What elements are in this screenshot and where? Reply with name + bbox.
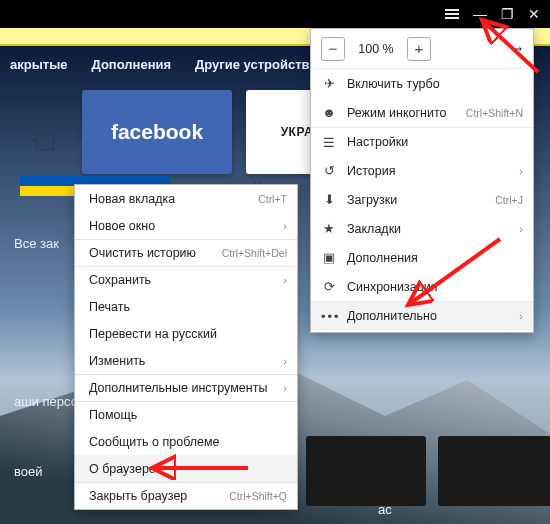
addons-icon: ▣ (321, 250, 337, 265)
item-settings[interactable]: ☰ Настройки (311, 127, 533, 156)
chevron-right-icon: › (519, 223, 523, 235)
sub-help[interactable]: Помощь (75, 401, 297, 428)
annotation-arrow-advanced (396, 225, 506, 319)
history-icon: ↺ (321, 163, 337, 178)
zoom-out-button[interactable]: − (321, 37, 345, 61)
chevron-right-icon: › (283, 220, 287, 232)
lower-word: воей (14, 464, 42, 479)
item-downloads[interactable]: ⬇ Загрузки Ctrl+J (311, 185, 533, 214)
tab-addons[interactable]: Дополнения (91, 57, 171, 72)
sub-translate[interactable]: Перевести на русский (75, 320, 297, 347)
zoom-value: 100 % (351, 42, 401, 56)
sub-new-window[interactable]: Новое окно› (75, 212, 297, 239)
sub-new-tab[interactable]: Новая вкладкаCtrl+T (75, 185, 297, 212)
chevron-right-icon: › (283, 382, 287, 394)
rocket-icon: ✈ (321, 76, 337, 91)
annotation-arrow-hamburger (472, 14, 544, 82)
sub-save[interactable]: Сохранить› (75, 266, 297, 293)
window-titlebar: — ❐ ✕ (0, 0, 550, 28)
item-incognito[interactable]: ☻ Режим инкогнито Ctrl+Shift+N (311, 98, 533, 127)
tile-facebook[interactable]: facebook (82, 90, 232, 174)
sub-clear-history[interactable]: Очистить историюCtrl+Shift+Del (75, 239, 297, 266)
sub-print[interactable]: Печать (75, 293, 297, 320)
tab-closed[interactable]: акрытые (10, 57, 67, 72)
zoom-in-button[interactable]: + (407, 37, 431, 61)
chevron-right-icon: › (519, 310, 523, 322)
menu-icon[interactable] (445, 9, 459, 19)
more-icon: ••• (321, 309, 337, 324)
sliders-icon: ☰ (321, 135, 337, 150)
chevron-right-icon: › (519, 165, 523, 177)
item-history[interactable]: ↺ История › (311, 156, 533, 185)
chevron-right-icon: › (283, 274, 287, 286)
sub-close-browser[interactable]: Закрыть браузерCtrl+Shift+Q (75, 482, 297, 509)
content-card-2[interactable] (438, 436, 550, 506)
incognito-icon: ☻ (321, 105, 337, 120)
all-bookmarks-link[interactable]: Все зак (14, 236, 59, 251)
sync-icon: ⟳ (321, 279, 337, 294)
annotation-arrow-about (144, 452, 254, 486)
tab-devices[interactable]: Другие устройства (195, 57, 317, 72)
sub-edit[interactable]: Изменить› (75, 347, 297, 374)
download-icon: ⬇ (321, 192, 337, 207)
content-card-1[interactable] (306, 436, 426, 506)
star-icon: ★ (321, 221, 337, 236)
sub-more-tools[interactable]: Дополнительные инструменты› (75, 374, 297, 401)
svg-line-0 (482, 20, 538, 72)
sub-report[interactable]: Сообщить о проблеме (75, 428, 297, 455)
svg-line-1 (408, 239, 500, 305)
chevron-right-icon: › (283, 355, 287, 367)
